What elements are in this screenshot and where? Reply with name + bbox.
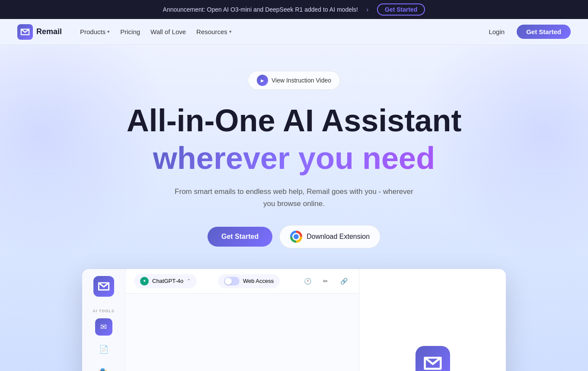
logo-text: Remail xyxy=(36,27,62,36)
login-button[interactable]: Login xyxy=(483,25,510,38)
model-chevron-icon: ⌃ xyxy=(187,278,191,284)
ai-tools-label: AI TOOLS xyxy=(86,309,121,313)
toggle-switch[interactable] xyxy=(224,277,240,285)
hero-title-line1: All-in-One AI Assistant xyxy=(127,104,462,138)
resources-chevron-icon: ▾ xyxy=(229,29,232,35)
sidebar-logo xyxy=(93,276,114,297)
gpt-icon: ✦ xyxy=(140,277,149,285)
sidebar-tool-drama[interactable]: 🎭 xyxy=(95,363,112,371)
hero-buttons: Get Started Download Extension xyxy=(208,225,380,248)
hero-download-button[interactable]: Download Extension xyxy=(279,225,380,248)
download-label: Download Extension xyxy=(307,233,370,241)
web-access-label: Web Access xyxy=(243,278,274,284)
panel-logo xyxy=(415,346,450,371)
edit-icon[interactable]: ✏ xyxy=(319,275,332,288)
announcement-arrow: › xyxy=(363,5,372,14)
play-icon: ▶ xyxy=(257,75,268,86)
history-icon[interactable]: 🕐 xyxy=(301,275,314,288)
sidebar-tool-doc[interactable]: 📄 xyxy=(95,341,112,358)
video-button[interactable]: ▶ View Instruction Video xyxy=(248,71,340,90)
navbar: Remail Products ▾ Pricing Wall of Love xyxy=(0,19,588,45)
navbar-right: Login Get Started xyxy=(483,25,571,39)
logo[interactable]: Remail xyxy=(17,24,62,40)
app-right-panel xyxy=(359,269,506,371)
hero-section: ▶ View Instruction Video All-in-One AI A… xyxy=(0,45,588,371)
get-started-nav-button[interactable]: Get Started xyxy=(517,25,571,39)
app-sidebar: AI TOOLS ✉ 📄 🎭 ⚙ 👤 🔧 AI MODELS xyxy=(82,269,125,371)
topbar-right: 🕐 ✏ 🔗 xyxy=(301,275,350,288)
nav-item-resources[interactable]: Resources ▾ xyxy=(192,25,236,38)
app-main: ✦ ChatGPT-4o ⌃ Web Access 🕐 ✏ 🔗 xyxy=(125,269,359,371)
app-topbar: ✦ ChatGPT-4o ⌃ Web Access 🕐 ✏ 🔗 xyxy=(125,269,359,294)
announcement-cta[interactable]: Get Started xyxy=(377,3,425,16)
nav-item-products[interactable]: Products ▾ xyxy=(76,25,114,38)
model-selector[interactable]: ✦ ChatGPT-4o ⌃ xyxy=(134,274,197,288)
video-btn-label: View Instruction Video xyxy=(272,77,331,84)
hero-get-started-button[interactable]: Get Started xyxy=(208,227,272,247)
navbar-left: Remail Products ▾ Pricing Wall of Love xyxy=(17,24,236,40)
app-chat-area xyxy=(125,294,359,371)
logo-icon xyxy=(17,24,33,40)
share-icon[interactable]: 🔗 xyxy=(337,275,350,288)
sidebar-tool-email[interactable]: ✉ xyxy=(95,318,112,336)
hero-subtitle: From smart emails to endless web help, R… xyxy=(173,186,415,209)
nav-item-pricing[interactable]: Pricing xyxy=(116,25,144,38)
products-chevron-icon: ▾ xyxy=(107,29,110,35)
web-access-toggle[interactable]: Web Access xyxy=(218,274,280,288)
nav-item-wall-of-love[interactable]: Wall of Love xyxy=(146,25,190,38)
announcement-text: Announcement: Open AI O3-mini and DeepSe… xyxy=(163,6,358,13)
nav-links: Products ▾ Pricing Wall of Love Resource… xyxy=(76,25,236,38)
hero-title-line2: wherever you need xyxy=(153,141,435,175)
model-name: ChatGPT-4o xyxy=(152,278,183,284)
chrome-icon xyxy=(290,231,302,243)
announcement-bar: Announcement: Open AI O3-mini and DeepSe… xyxy=(0,0,588,19)
app-screenshot: AI TOOLS ✉ 📄 🎭 ⚙ 👤 🔧 AI MODELS ✦ ChatGPT… xyxy=(82,269,506,371)
